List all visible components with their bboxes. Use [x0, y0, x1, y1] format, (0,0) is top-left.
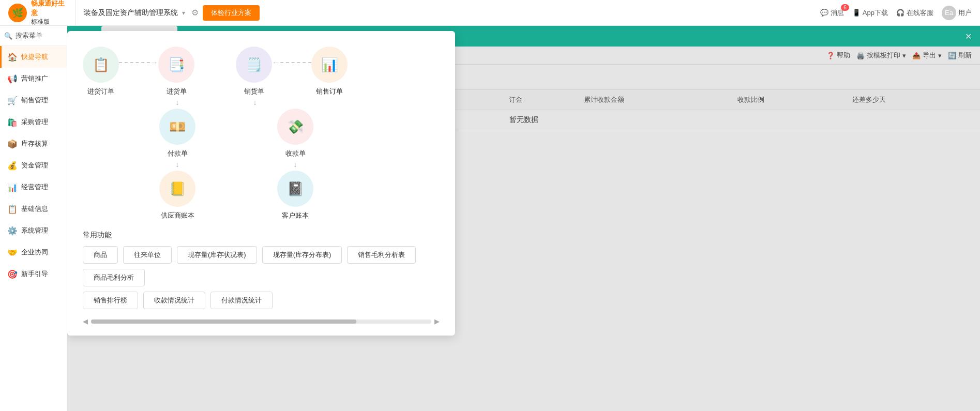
system-dropdown-icon[interactable]: ▾ [182, 9, 185, 17]
purchase-bill-label: 进货单 [167, 87, 187, 96]
sales-icon: 🛒 [8, 96, 17, 105]
payment-bill-label: 付款单 [168, 149, 188, 158]
top-bar: 🌿 畅康通好生意 标准版 装备及固定资产辅助管理系统 ▾ ⚙ 体验行业方案 💬 … [0, 0, 980, 26]
receipt-bill-node: 💸 收款单 [277, 109, 313, 158]
app-download-btn[interactable]: 📱 App下载 [852, 8, 888, 18]
func-btn-sales-margin[interactable]: 销售毛利分析表 [347, 246, 416, 264]
sidebar-item-marketing[interactable]: 📢 营销推广 [0, 68, 67, 89]
sidebar-label-inventory: 库存核算 [21, 139, 48, 148]
sale-order-node: 📊 销售订单 [311, 47, 348, 96]
func-btn-sales-rank[interactable]: 销售排行榜 [83, 292, 138, 309]
down-arrows-1: ↓ ↓ [83, 96, 440, 109]
sidebar-item-inventory[interactable]: 📦 库存核算 [0, 133, 67, 155]
top-right: 💬 消息 6 📱 App下载 🎧 在线客服 Ea 用户 [820, 6, 972, 20]
sidebar-label-operations: 经营管理 [21, 182, 48, 192]
spacer-da2-2 [195, 158, 277, 171]
spacer-da4 [273, 96, 313, 109]
sidebar-search[interactable]: 🔍 搜索菜单 [0, 26, 67, 46]
logo-text: 畅康通好生意 标准版 [31, 0, 67, 26]
sidebar-item-quick-nav[interactable]: 🏠 快捷导航 [0, 46, 67, 68]
scrollbar-left-arrow[interactable]: ◀ [83, 317, 88, 325]
customer-account-circle[interactable]: 📓 [277, 171, 313, 207]
supplier-account-circle[interactable]: 📒 [159, 171, 195, 207]
system-title: 装备及固定资产辅助管理系统 [84, 8, 178, 18]
spacer-da1 [83, 96, 119, 109]
arrow-1: → [119, 47, 158, 67]
logo-line2: 标准版 [31, 18, 67, 26]
corp-icon: 🤝 [8, 248, 17, 257]
purchase-order-label: 进货订单 [87, 87, 114, 96]
func-btn-product-margin[interactable]: 商品毛利分析 [83, 269, 145, 286]
content-area: 首页 销售订单执行表 ✕ ✕ ❓ 帮助 🖨️ 按模板打印 ▾ [67, 26, 980, 411]
flow-row-2: 💴 付款单 💸 收款单 [83, 109, 440, 158]
arrow-2: ← [272, 47, 311, 67]
sale-order-circle[interactable]: 📊 [311, 47, 348, 83]
spacer-da2 [119, 96, 159, 109]
scrollbar-track[interactable] [91, 319, 431, 324]
func-buttons-row1: 商品 往来单位 现存量(库存状况表) 现存量(库存分布表) 销售毛利分析表 商品… [83, 246, 440, 286]
func-btn-payment-stats[interactable]: 付款情况统计 [210, 292, 273, 309]
popup-scrollbar: ◀ ▶ [83, 317, 440, 325]
payment-bill-circle[interactable]: 💴 [159, 109, 195, 145]
headset-icon: 🎧 [896, 9, 904, 17]
scrollbar-right-arrow[interactable]: ▶ [434, 317, 440, 325]
sidebar-label-finance: 资金管理 [21, 161, 48, 170]
sidebar-item-sales[interactable]: 🛒 销售管理 [0, 89, 67, 111]
basic-info-icon: 📋 [8, 204, 17, 214]
spacer-da3 [195, 96, 237, 109]
down-arrow-purchase-bill: ↓ [159, 96, 195, 109]
marketing-icon: 📢 [8, 74, 17, 83]
func-btn-product[interactable]: 商品 [83, 246, 118, 264]
sidebar-item-operations[interactable]: 📊 经营管理 [0, 176, 67, 198]
logo-area: 🌿 畅康通好生意 标准版 [8, 0, 76, 25]
down-arrow-payment: ↓ [159, 158, 195, 171]
quick-nav-popup: 📋 进货订单 → 📑 [67, 31, 455, 336]
receipt-bill-icon: 💸 [287, 119, 304, 135]
inventory-icon: 📦 [8, 139, 17, 148]
sidebar-item-purchase[interactable]: 🛍️ 采购管理 [0, 111, 67, 133]
payment-bill-node: 💴 付款单 [159, 109, 195, 158]
down-arrows-2: ↓ ↓ [83, 158, 440, 171]
sale-bill-icon: 🗒️ [246, 57, 262, 73]
online-service-btn[interactable]: 🎧 在线客服 [896, 8, 933, 18]
spacer-da5 [313, 96, 350, 109]
func-btn-partner[interactable]: 往来单位 [123, 246, 172, 264]
supplier-account-node: 📒 供应商账本 [159, 171, 195, 220]
trial-button[interactable]: 体验行业方案 [203, 5, 260, 21]
sidebar-item-system[interactable]: ⚙️ 系统管理 [0, 220, 67, 241]
online-service-label: 在线客服 [907, 8, 933, 18]
sidebar: 🔍 搜索菜单 🏠 快捷导航 📢 营销推广 🛒 销售管理 🛍️ 采购管理 📦 [0, 26, 67, 411]
receipt-bill-label: 收款单 [285, 149, 306, 158]
logo-line1: 畅康通好生意 [31, 0, 67, 18]
receipt-bill-circle[interactable]: 💸 [277, 109, 313, 145]
func-btn-receipt-stats[interactable]: 收款情况统计 [143, 292, 205, 309]
quick-nav-overlay: 📋 进货订单 → 📑 [67, 26, 980, 411]
purchase-bill-node: 📑 进货单 [158, 47, 194, 96]
logo-icon: 🌿 [8, 4, 27, 22]
down-arrow-receipt: ↓ [277, 158, 313, 171]
sale-order-icon: 📊 [321, 57, 338, 73]
sidebar-label-guide: 新手引导 [21, 269, 48, 279]
message-btn[interactable]: 💬 消息 6 [820, 8, 844, 18]
purchase-order-node: 📋 进货订单 [83, 47, 119, 96]
supplier-account-icon: 📒 [169, 181, 186, 197]
scrollbar-thumb [91, 319, 356, 324]
func-btn-stock-dist[interactable]: 现存量(库存分布表) [262, 246, 342, 264]
purchase-icon: 🛍️ [8, 117, 17, 127]
purchase-bill-circle[interactable]: 📑 [158, 47, 194, 83]
user-name: 用户 [958, 8, 972, 18]
user-area[interactable]: Ea 用户 [942, 6, 972, 20]
sidebar-item-basic-info[interactable]: 📋 基础信息 [0, 198, 67, 220]
sidebar-label-purchase: 采购管理 [21, 117, 48, 127]
sidebar-item-guide[interactable]: 🎯 新手引导 [0, 263, 67, 285]
sidebar-item-corp[interactable]: 🤝 企业协同 [0, 241, 67, 263]
system-icon: ⚙️ [8, 226, 17, 235]
user-initial: Ea [945, 9, 953, 17]
purchase-order-circle[interactable]: 📋 [83, 47, 119, 83]
settings-icon[interactable]: ⚙ [191, 8, 199, 18]
sidebar-item-finance[interactable]: 💰 资金管理 [0, 155, 67, 176]
sale-bill-circle[interactable]: 🗒️ [236, 47, 272, 83]
home-icon: 🏠 [8, 52, 17, 62]
sidebar-label-basic-info: 基础信息 [21, 204, 48, 214]
func-btn-stock-status[interactable]: 现存量(库存状况表) [177, 246, 257, 264]
